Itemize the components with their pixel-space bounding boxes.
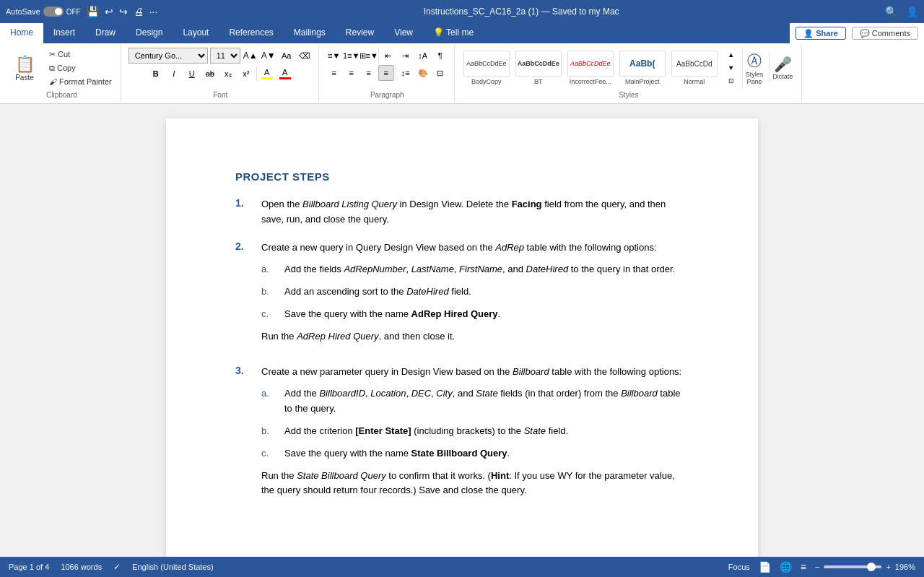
sort-button[interactable]: ↕A (415, 48, 431, 64)
style-incorrect[interactable]: AaBbCcDdEe IncorrectFee... (566, 48, 615, 87)
step1-bold1: Facing (512, 199, 542, 209)
tab-insert[interactable]: Insert (43, 23, 85, 43)
title-bar-center: Instructions_SC_AC16_2a (1) — Saved to m… (424, 6, 619, 17)
copy-button[interactable]: ⧉ Copy (46, 61, 115, 74)
autosave-pill[interactable] (43, 6, 64, 17)
tab-mailings[interactable]: Mailings (284, 23, 336, 43)
font-row-1: Century Go... 11 A▲ A▼ Aa ⌫ (128, 48, 313, 64)
font-size-select[interactable]: 11 (210, 48, 240, 64)
align-right-button[interactable]: ≡ (361, 65, 377, 81)
view-outline-icon[interactable]: ≡ (801, 561, 806, 573)
view-print-icon[interactable]: 📄 (759, 561, 771, 573)
zoom-out-button[interactable]: − (815, 563, 819, 571)
autosave-toggle[interactable]: AutoSave OFF (6, 6, 81, 17)
redo-icon[interactable]: ↪ (119, 6, 128, 17)
increase-indent-button[interactable]: ⇥ (398, 48, 414, 64)
save-icon[interactable]: 💾 (87, 6, 99, 17)
share-button[interactable]: 👤 Share (796, 27, 846, 40)
step3a-italic3: DEC (411, 388, 431, 399)
step1-italic1: Billboard Listing Query (302, 199, 397, 209)
styles-content: AaBbCcDdEe BodyCopy AaBbCcDdEe BT AaBbCc… (462, 48, 796, 88)
comments-button[interactable]: 💬 Comments (852, 27, 918, 40)
search-icon[interactable]: 🔍 (885, 6, 897, 17)
format-painter-button[interactable]: 🖌 Format Painter (46, 75, 115, 88)
cut-button[interactable]: ✂ Cut (46, 48, 115, 61)
shading-button[interactable]: 🎨 (415, 65, 431, 81)
decrease-indent-button[interactable]: ⇤ (380, 48, 396, 64)
font-color-button[interactable]: A (277, 66, 293, 82)
dictate-icon: 🎤 (774, 56, 792, 73)
style-normal[interactable]: AaBbCcDd Normal (670, 48, 719, 87)
styles-list: AaBbCcDdEe BodyCopy AaBbCcDdEe BT AaBbCc… (462, 48, 739, 87)
tab-view[interactable]: View (384, 23, 423, 43)
tab-design[interactable]: Design (126, 23, 173, 43)
style-bodycopy-preview: AaBbCcDdEe (463, 51, 510, 77)
dictate-button[interactable]: 🎤 Dictate (769, 53, 796, 83)
clear-format-button[interactable]: ⌫ (297, 48, 313, 64)
group-styles: AaBbCcDdEe BodyCopy AaBbCcDdEe BT AaBbCc… (456, 45, 803, 102)
step-3: 3. Create a new parameter query in Desig… (235, 365, 689, 506)
language: English (United States) (132, 563, 214, 571)
show-hide-button[interactable]: ¶ (432, 48, 448, 64)
tab-tell-me[interactable]: 💡 Tell me (423, 23, 484, 43)
step-3c-content: Save the query with the name State Billb… (284, 446, 510, 461)
strikethrough-button[interactable]: ab (202, 66, 218, 82)
change-case-button[interactable]: Aa (279, 48, 295, 64)
tab-review[interactable]: Review (336, 23, 384, 43)
bullets-button[interactable]: ≡▼ (326, 48, 342, 64)
decrease-font-button[interactable]: A▼ (261, 48, 276, 64)
clipboard-content: 📋 Paste ✂ Cut ⧉ Copy 🖌 Format (9, 48, 115, 88)
account-icon[interactable]: 👤 (906, 6, 918, 17)
zoom-slider[interactable] (824, 565, 881, 568)
styles-expand-button[interactable]: ⊡ (723, 75, 739, 87)
styles-pane-button[interactable]: Ⓐ StylesPane (742, 48, 767, 88)
borders-button[interactable]: ⊡ (432, 65, 448, 81)
subscript-button[interactable]: x₂ (220, 66, 236, 82)
step-2c-letter: c. (261, 307, 276, 322)
line-spacing-button[interactable]: ↕≡ (398, 65, 414, 81)
print-icon[interactable]: 🖨 (134, 6, 144, 17)
style-bodycopy[interactable]: AaBbCcDdEe BodyCopy (462, 48, 511, 87)
tab-references[interactable]: References (219, 23, 283, 43)
justify-button[interactable]: ≡ (378, 65, 394, 81)
focus-button[interactable]: Focus (728, 563, 750, 571)
divider (256, 66, 257, 81)
bold-button[interactable]: B (148, 66, 164, 82)
more-icon[interactable]: ··· (149, 6, 158, 17)
increase-font-button[interactable]: A▲ (243, 48, 258, 64)
style-normal-label: Normal (684, 78, 705, 85)
numbering-button[interactable]: 1≡▼ (344, 48, 359, 64)
tab-layout[interactable]: Layout (173, 23, 219, 43)
styles-up-button[interactable]: ▲ (723, 49, 739, 61)
step-1: 1. Open the Billboard Listing Query in D… (235, 197, 689, 227)
step-3c: c. Save the query with the name State Bi… (261, 446, 689, 461)
underline-button[interactable]: U (184, 66, 200, 82)
zoom-in-button[interactable]: + (886, 563, 890, 571)
step3-run-italic: State Billboard Query (297, 470, 386, 481)
step-2c: c. Save the query with the name AdRep Hi… (261, 307, 675, 322)
step3-italic-table: Billboard (513, 366, 549, 377)
style-bt[interactable]: AaBbCcDdEe BT (514, 48, 563, 87)
highlight-button[interactable]: A (259, 66, 275, 82)
italic-button[interactable]: I (166, 66, 182, 82)
align-left-button[interactable]: ≡ (326, 65, 342, 81)
tab-draw[interactable]: Draw (85, 23, 126, 43)
cut-icon: ✂ (49, 50, 56, 59)
step-2a-content: Add the fields AdRepNumber, LastName, Fi… (284, 262, 675, 277)
title-bar-left: AutoSave OFF 💾 ↩ ↪ 🖨 ··· (6, 6, 157, 17)
view-web-icon[interactable]: 🌐 (780, 561, 792, 573)
superscript-button[interactable]: x² (238, 66, 254, 82)
step-3-sublist: a. Add the BillboardID, Location, DEC, C… (261, 386, 689, 461)
proofing-icon[interactable]: ✓ (113, 562, 121, 572)
styles-down-button[interactable]: ▼ (723, 62, 739, 74)
styles-pane-label: StylesPane (746, 71, 764, 85)
multilevel-button[interactable]: ⊞≡▼ (361, 48, 377, 64)
paste-button[interactable]: 📋 Paste (9, 49, 40, 87)
font-name-select[interactable]: Century Go... (128, 48, 208, 64)
align-center-button[interactable]: ≡ (344, 65, 359, 81)
page[interactable]: PROJECT STEPS 1. Open the Billboard List… (166, 118, 758, 577)
paste-big: 📋 Paste (9, 49, 40, 87)
undo-icon[interactable]: ↩ (105, 6, 113, 17)
tab-home[interactable]: Home (0, 23, 43, 43)
style-mainproject[interactable]: AaBb( MainProject (618, 48, 667, 87)
